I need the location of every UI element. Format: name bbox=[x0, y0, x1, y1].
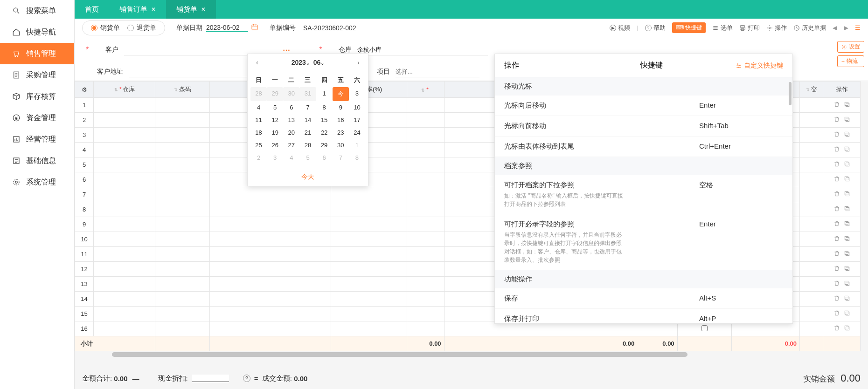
top-tab-0[interactable]: 首页 bbox=[75, 0, 109, 19]
video-link[interactable]: ▶视频 bbox=[610, 24, 630, 32]
calendar-next[interactable]: › bbox=[354, 59, 362, 66]
th-delivery[interactable]: ⇅交 bbox=[800, 82, 823, 98]
calendar-day[interactable]: 18 bbox=[250, 126, 267, 139]
calendar-day[interactable]: 2 bbox=[250, 151, 267, 164]
customer-addr-input[interactable] bbox=[129, 66, 259, 77]
calendar-day[interactable]: 17 bbox=[349, 114, 365, 126]
calendar-day[interactable]: 3 bbox=[267, 151, 283, 164]
calendar-day[interactable]: 28 bbox=[299, 139, 316, 151]
cash-discount-input[interactable] bbox=[192, 375, 229, 382]
calendar-day[interactable]: 4 bbox=[283, 151, 299, 164]
sidebar-item-8[interactable]: 系统管理 bbox=[0, 171, 74, 193]
calendar-day[interactable]: 4 bbox=[250, 101, 267, 114]
delete-icon[interactable] bbox=[833, 265, 840, 273]
calendar-day[interactable]: 7 bbox=[299, 101, 316, 114]
calendar-day[interactable]: 30 bbox=[333, 139, 349, 151]
settings-button[interactable]: 设置 bbox=[837, 41, 864, 53]
sidebar-item-1[interactable]: 快捷导航 bbox=[0, 21, 74, 43]
th-hidden[interactable]: ⇅ bbox=[407, 82, 444, 98]
calendar-prev[interactable]: ‹ bbox=[253, 59, 261, 66]
delete-icon[interactable] bbox=[833, 280, 840, 288]
calendar-day[interactable]: 25 bbox=[250, 139, 267, 151]
top-tab-2[interactable]: 销货单✕ bbox=[166, 0, 216, 19]
delete-icon[interactable] bbox=[833, 116, 840, 124]
calendar-day[interactable]: 24 bbox=[349, 126, 365, 139]
calendar-day[interactable]: 9 bbox=[333, 101, 349, 114]
help-link[interactable]: ?帮助 bbox=[645, 24, 666, 32]
calendar-day[interactable]: 29 bbox=[316, 139, 333, 151]
scroll-thumb[interactable] bbox=[112, 352, 687, 357]
select-sheet-link[interactable]: 选单 bbox=[712, 24, 733, 32]
chevron-left-icon[interactable]: ◀ bbox=[833, 24, 837, 31]
copy-icon[interactable] bbox=[844, 235, 850, 243]
delete-icon[interactable] bbox=[833, 310, 840, 318]
delete-icon[interactable] bbox=[833, 295, 840, 303]
calendar-day[interactable]: 10 bbox=[349, 101, 365, 114]
calendar-title[interactable]: 2023⌄ 06⌄ bbox=[292, 59, 325, 66]
warehouse-input[interactable] bbox=[357, 44, 488, 55]
calendar-day[interactable]: 今 bbox=[333, 87, 349, 101]
calendar-day[interactable]: 26 bbox=[267, 139, 283, 151]
copy-icon[interactable] bbox=[844, 101, 850, 109]
sidebar-item-2[interactable]: 销售管理 bbox=[0, 43, 74, 64]
delete-icon[interactable] bbox=[833, 325, 840, 333]
delete-icon[interactable] bbox=[833, 235, 840, 243]
project-input[interactable] bbox=[396, 66, 479, 77]
calendar-day[interactable]: 5 bbox=[267, 101, 283, 114]
calendar-day[interactable]: 16 bbox=[333, 114, 349, 126]
calendar-day[interactable]: 8 bbox=[316, 101, 333, 114]
close-icon[interactable]: ✕ bbox=[151, 6, 156, 13]
sidebar-item-4[interactable]: 库存核算 bbox=[0, 86, 74, 107]
copy-icon[interactable] bbox=[844, 220, 850, 228]
delete-icon[interactable] bbox=[833, 176, 840, 184]
copy-icon[interactable] bbox=[844, 295, 850, 303]
calendar-day[interactable]: 19 bbox=[267, 126, 283, 139]
calendar-day[interactable]: 21 bbox=[299, 126, 316, 139]
copy-icon[interactable] bbox=[844, 205, 850, 213]
menu-icon[interactable]: ☰ bbox=[855, 24, 861, 31]
calendar-day[interactable]: 6 bbox=[283, 101, 299, 114]
calendar-day[interactable]: 30 bbox=[283, 87, 299, 101]
print-link[interactable]: 打印 bbox=[739, 24, 760, 32]
copy-icon[interactable] bbox=[844, 325, 850, 333]
horizontal-scrollbar[interactable] bbox=[93, 351, 861, 358]
calendar-day[interactable]: 1 bbox=[316, 87, 333, 101]
custom-shortcut-button[interactable]: 自定义快捷键 bbox=[736, 61, 783, 70]
delete-icon[interactable] bbox=[833, 220, 840, 228]
calendar-today-button[interactable]: 今天 bbox=[248, 168, 368, 186]
copy-icon[interactable] bbox=[844, 250, 850, 258]
operate-link[interactable]: 操作 bbox=[766, 24, 787, 32]
copy-icon[interactable] bbox=[844, 131, 850, 139]
copy-icon[interactable] bbox=[844, 116, 850, 124]
delete-icon[interactable] bbox=[833, 146, 840, 154]
calendar-day[interactable]: 15 bbox=[316, 114, 333, 126]
question-icon[interactable]: ? bbox=[243, 375, 250, 382]
sidebar-item-5[interactable]: 资金管理 bbox=[0, 107, 74, 129]
date-input[interactable] bbox=[206, 24, 248, 32]
calendar-day[interactable]: 12 bbox=[267, 114, 283, 126]
calendar-day[interactable]: 31 bbox=[299, 87, 316, 101]
calendar-day[interactable]: 22 bbox=[316, 126, 333, 139]
delete-icon[interactable] bbox=[833, 191, 840, 198]
calendar-day[interactable]: 3 bbox=[349, 87, 365, 101]
th-gear[interactable]: ⚙ bbox=[75, 82, 94, 98]
calendar-day[interactable]: 1 bbox=[349, 139, 365, 151]
copy-icon[interactable] bbox=[844, 265, 850, 273]
gift-checkbox[interactable] bbox=[701, 325, 708, 331]
copy-icon[interactable] bbox=[844, 280, 850, 288]
delete-icon[interactable] bbox=[833, 250, 840, 258]
chevron-right-icon[interactable]: ▶ bbox=[844, 24, 848, 31]
calendar-day[interactable]: 11 bbox=[250, 114, 267, 126]
calendar-day[interactable]: 14 bbox=[299, 114, 316, 126]
copy-icon[interactable] bbox=[844, 161, 850, 169]
history-link[interactable]: 历史单据 bbox=[793, 24, 826, 32]
sidebar-item-7[interactable]: 基础信息 bbox=[0, 150, 74, 171]
sidebar-item-0[interactable]: 搜索菜单 bbox=[0, 0, 74, 21]
copy-icon[interactable] bbox=[844, 191, 850, 198]
calendar-day[interactable]: 13 bbox=[283, 114, 299, 126]
hotkey-button[interactable]: ⌨ 快捷键 bbox=[672, 22, 706, 33]
delete-icon[interactable] bbox=[833, 205, 840, 213]
delete-icon[interactable] bbox=[833, 131, 840, 139]
shortcut-scrollbar[interactable] bbox=[789, 82, 792, 105]
radio-0[interactable]: 销货单 bbox=[91, 24, 120, 32]
